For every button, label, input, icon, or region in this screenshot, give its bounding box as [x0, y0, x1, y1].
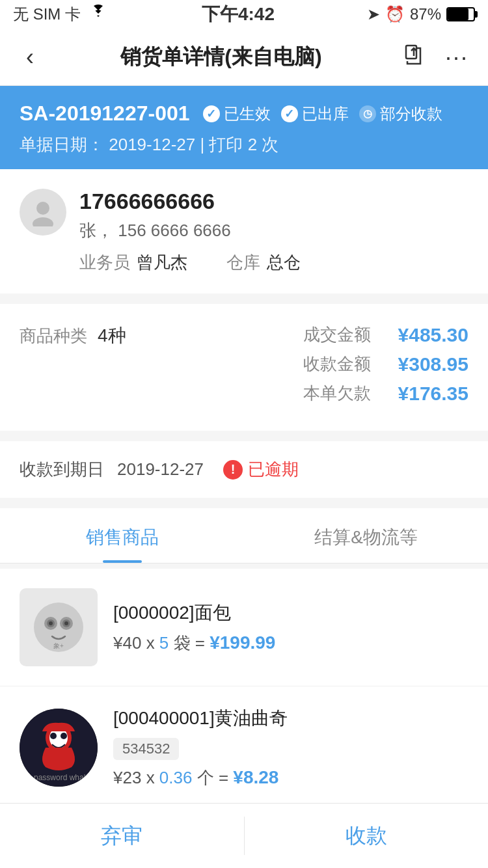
badge-effective: ✓ 已生效	[203, 103, 271, 124]
avatar	[20, 189, 66, 236]
partial-payment-icon: ◷	[359, 105, 376, 122]
receipt-amount-label: 收款金额	[303, 353, 371, 375]
overdue-badge: ! 已逾期	[223, 458, 299, 481]
product-item: password whale [000400001]黄油曲奇 534532 ¥2…	[0, 686, 488, 809]
svg-point-1	[36, 202, 49, 215]
header-banner: SA-20191227-001 ✓ 已生效 ✓ 已出库 ◷ 部分收款 单据日期：…	[0, 86, 488, 169]
product-qty-bread: 5	[159, 633, 169, 653]
confirm-button[interactable]: 收款	[245, 804, 489, 868]
battery-icon	[446, 7, 475, 21]
receipt-amount-value: ¥308.95	[384, 353, 468, 375]
product-price-cookie: ¥23 x 0.36 个 = ¥8.28	[113, 766, 468, 789]
customer-info: 17666666666 张， 156 6666 6666 业务员 曾凡杰 仓库 …	[79, 189, 468, 274]
summary-left: 商品种类 4种	[20, 323, 126, 353]
badge-shipped: ✓ 已出库	[281, 103, 349, 124]
svg-rect-0	[406, 46, 416, 59]
overdue-text: 已逾期	[248, 458, 299, 481]
svg-text:password whale: password whale	[34, 773, 90, 782]
customer-phone: 张， 156 6666 6666	[79, 219, 468, 242]
bottom-bar: 弃审 收款	[0, 803, 488, 868]
product-price-bread: ¥40 x 5 袋 = ¥199.99	[113, 632, 468, 655]
due-date-section: 收款到期日 2019-12-27 ! 已逾期	[0, 441, 488, 498]
effective-label: 已生效	[224, 103, 271, 124]
status-badges: ✓ 已生效 ✓ 已出库 ◷ 部分收款	[203, 103, 442, 124]
print-separator: | 打印	[200, 135, 247, 154]
banner-date-row: 单据日期： 2019-12-27 | 打印 2 次	[20, 133, 468, 156]
summary-grid: 商品种类 4种 成交金额 ¥485.30 收款金额 ¥308.95 本单欠款 ¥…	[20, 323, 468, 411]
product-qty-cookie: 0.36	[159, 768, 193, 787]
deal-amount-label: 成交金额	[303, 323, 371, 346]
due-date-label: 收款到期日	[20, 458, 104, 481]
product-total-bread: ¥199.99	[210, 632, 275, 653]
svg-point-9	[64, 621, 68, 625]
status-right: ➤ ⏰ 87%	[367, 5, 475, 23]
status-time: 下午4:42	[202, 2, 275, 27]
product-total-cookie: ¥8.28	[233, 767, 278, 787]
battery-label: 87%	[410, 5, 441, 23]
tabs: 销售商品 结算&物流等	[0, 508, 488, 563]
banner-row1: SA-20191227-001 ✓ 已生效 ✓ 已出库 ◷ 部分收款	[20, 102, 468, 126]
shipped-label: 已出库	[302, 103, 349, 124]
carrier-label: 无 SIM 卡	[13, 4, 81, 25]
more-button[interactable]: ···	[445, 44, 468, 71]
badge-partial-payment: ◷ 部分收款	[359, 103, 442, 124]
page-title: 销货单详情(来自电脑)	[120, 43, 321, 72]
customer-id: 17666666666	[79, 189, 468, 214]
product-image-bread: 象+	[20, 588, 98, 666]
order-number: SA-20191227-001	[20, 102, 190, 126]
debt-amount-value: ¥176.35	[384, 383, 468, 405]
svg-point-14	[50, 733, 57, 739]
status-left: 无 SIM 卡	[13, 4, 109, 25]
svg-point-8	[49, 621, 53, 625]
product-types-label: 商品种类	[20, 325, 87, 347]
share-button[interactable]	[402, 43, 426, 71]
warehouse-value: 总仓	[267, 251, 301, 274]
tabs-section: 销售商品 结算&物流等	[0, 508, 488, 563]
product-name-cookie: [000400001]黄油曲奇	[113, 706, 468, 731]
debt-amount-label: 本单欠款	[303, 382, 371, 405]
date-label: 单据日期：	[20, 135, 104, 154]
tab-settlement[interactable]: 结算&物流等	[244, 508, 488, 563]
alarm-icon: ⏰	[385, 5, 405, 23]
product-details-cookie: [000400001]黄油曲奇 534532 ¥23 x 0.36 个 = ¥8…	[113, 706, 468, 789]
warehouse-item: 仓库 总仓	[226, 251, 301, 274]
back-button[interactable]: ‹	[20, 37, 40, 77]
shipped-icon: ✓	[281, 105, 298, 122]
deal-amount-row: 成交金额 ¥485.30	[303, 323, 468, 346]
svg-text:象+: 象+	[53, 642, 64, 649]
salesperson-item: 业务员 曾凡杰	[79, 251, 187, 274]
receipt-amount-row: 收款金额 ¥308.95	[303, 353, 468, 375]
deal-amount-value: ¥485.30	[384, 324, 468, 346]
tab-products[interactable]: 销售商品	[0, 508, 244, 563]
summary-right: 成交金额 ¥485.30 收款金额 ¥308.95 本单欠款 ¥176.35	[303, 323, 468, 411]
product-types-item: 商品种类 4种	[20, 323, 126, 348]
product-types-value: 4种	[98, 323, 126, 348]
summary-section: 商品种类 4种 成交金额 ¥485.30 收款金额 ¥308.95 本单欠款 ¥…	[0, 304, 488, 431]
due-date-value: 2019-12-27	[117, 459, 204, 480]
customer-meta: 业务员 曾凡杰 仓库 总仓	[79, 251, 468, 274]
salesperson-label: 业务员	[79, 251, 130, 274]
debt-amount-row: 本单欠款 ¥176.35	[303, 382, 468, 405]
product-image-cookie: password whale	[20, 709, 98, 787]
overdue-icon: !	[223, 460, 243, 480]
svg-point-2	[33, 217, 53, 226]
customer-section: 17666666666 张， 156 6666 6666 业务员 曾凡杰 仓库 …	[0, 169, 488, 293]
product-name-bread: [0000002]面包	[113, 601, 468, 625]
effective-icon: ✓	[203, 105, 220, 122]
status-bar: 无 SIM 卡 下午4:42 ➤ ⏰ 87%	[0, 0, 488, 29]
location-icon: ➤	[367, 5, 380, 23]
product-item: 象+ [0000002]面包 ¥40 x 5 袋 = ¥199.99	[0, 569, 488, 686]
nav-actions: ···	[402, 43, 468, 71]
print-suffix: 次	[262, 135, 278, 154]
warehouse-label: 仓库	[226, 251, 260, 274]
nav-bar: ‹ 销货单详情(来自电脑) ···	[0, 29, 488, 86]
cancel-button[interactable]: 弃审	[0, 804, 244, 868]
partial-payment-label: 部分收款	[380, 103, 442, 124]
salesperson-value: 曾凡杰	[137, 251, 187, 274]
wifi-icon	[87, 5, 109, 24]
svg-point-15	[61, 733, 67, 739]
order-date: 2019-12-27	[109, 135, 195, 154]
print-count: 2	[248, 135, 257, 154]
product-sku-cookie: 534532	[113, 738, 179, 760]
product-details-bread: [0000002]面包 ¥40 x 5 袋 = ¥199.99	[113, 601, 468, 655]
